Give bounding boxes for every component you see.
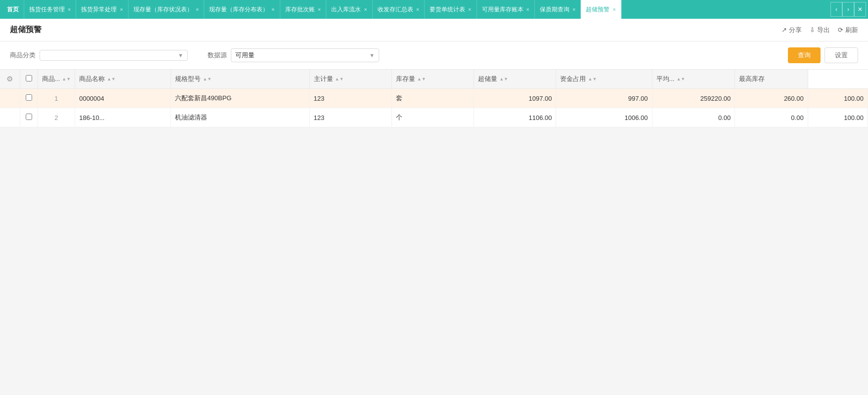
filter-actions: 查询 设置	[788, 47, 858, 63]
th-avg[interactable]: 平均... ▲▼	[652, 70, 735, 89]
sort-icon-code: ▲▼	[62, 77, 71, 81]
sort-icon-unit: ▲▼	[335, 77, 344, 81]
nav-tab-3[interactable]: 现存量（库存状况表）×	[129, 0, 204, 19]
nav-tab-5[interactable]: 库存批次账×	[280, 0, 326, 19]
row-num-1: 2	[38, 108, 75, 127]
header-actions: ↗ 分享 ⇩ 导出 ⟳ 刷新	[781, 26, 858, 35]
row-stock-1: 1106.00	[474, 108, 556, 127]
nav-tab-label-3: 现存量（库存状况表）	[133, 5, 193, 14]
datasource-dropdown-icon: ▼	[369, 52, 375, 58]
nav-tab-10[interactable]: 保质期查询×	[535, 0, 581, 19]
nav-tab-close-8[interactable]: ×	[468, 6, 471, 12]
nav-tab-close-11[interactable]: ×	[612, 6, 615, 12]
row-stock-0: 1097.00	[474, 89, 556, 108]
th-checkbox	[20, 70, 38, 89]
th-overstock[interactable]: 超储量 ▲▼	[474, 70, 556, 89]
nav-tab-close-3[interactable]: ×	[196, 6, 199, 12]
page-title: 超储预警	[10, 25, 42, 35]
column-settings-icon[interactable]: ⚙	[6, 75, 13, 83]
row-settings-0	[0, 89, 20, 108]
row-unit-1: 个	[391, 108, 474, 127]
row-checkbox-cell-0	[20, 89, 38, 108]
nav-tab-label-7: 收发存汇总表	[378, 5, 413, 14]
nav-tab-close-4[interactable]: ×	[271, 6, 274, 12]
nav-tab-2[interactable]: 拣货异常处理×	[76, 0, 128, 19]
row-checkbox-0[interactable]	[26, 94, 32, 101]
nav-tab-close-10[interactable]: ×	[572, 6, 575, 12]
nav-arrow-close[interactable]: ✕	[854, 2, 866, 17]
nav-arrow-right[interactable]: ›	[842, 2, 854, 17]
nav-tab-9[interactable]: 可用量库存账本×	[477, 0, 535, 19]
top-navigation: 首页拣货任务管理×拣货异常处理×现存量（库存状况表）×现存量（库存分布表）×库存…	[0, 0, 868, 19]
row-max-stock-1: 100.00	[808, 108, 868, 127]
row-capital-1: 0.00	[652, 108, 735, 127]
nav-arrows: ‹ › ✕	[830, 2, 866, 17]
row-max-stock-0: 100.00	[808, 89, 868, 108]
table-row: 2 186-10... 机油滤清器 123 个 1106.00 1006.00 …	[0, 108, 868, 127]
row-capital-0: 259220.00	[652, 89, 735, 108]
nav-tab-7[interactable]: 收发存汇总表×	[373, 0, 425, 19]
datasource-select[interactable]: 可用量 ▼	[231, 48, 379, 62]
share-button[interactable]: ↗ 分享	[781, 26, 802, 35]
nav-tab-label-8: 要货单统计表	[430, 5, 465, 14]
nav-tab-close-2[interactable]: ×	[120, 6, 123, 12]
th-stock[interactable]: 库存量 ▲▼	[391, 70, 474, 89]
sort-icon-stock: ▲▼	[417, 77, 426, 81]
datasource-filter: 数据源 可用量 ▼	[208, 48, 379, 62]
row-overstock-0: 997.00	[556, 89, 652, 108]
th-settings: ⚙	[0, 70, 20, 89]
th-capital[interactable]: 资金占用 ▲▼	[556, 70, 652, 89]
query-button[interactable]: 查询	[788, 47, 821, 63]
page-header: 超储预警 ↗ 分享 ⇩ 导出 ⟳ 刷新	[0, 19, 868, 41]
sort-icon-name: ▲▼	[107, 77, 116, 81]
row-settings-1	[0, 108, 20, 127]
row-spec-1: 123	[309, 108, 391, 127]
sort-icon-avg: ▲▼	[676, 77, 685, 81]
settings-button[interactable]: 设置	[825, 47, 858, 63]
nav-tab-8[interactable]: 要货单统计表×	[425, 0, 477, 19]
refresh-button[interactable]: ⟳ 刷新	[838, 26, 858, 35]
table-row: 1 0000004 六配套新昌490BPG 123 套 1097.00 997.…	[0, 89, 868, 108]
th-spec[interactable]: 规格型号 ▲▼	[171, 70, 309, 89]
nav-tab-close-1[interactable]: ×	[68, 6, 71, 12]
commodity-select[interactable]: ▼	[40, 50, 188, 61]
nav-tab-0[interactable]: 首页	[2, 0, 24, 19]
nav-tab-close-5[interactable]: ×	[318, 6, 321, 12]
sort-icon-overstock: ▲▼	[499, 77, 508, 81]
nav-arrow-left[interactable]: ‹	[830, 2, 842, 17]
nav-tab-6[interactable]: 出入库流水×	[326, 0, 372, 19]
nav-tab-close-7[interactable]: ×	[416, 6, 419, 12]
nav-tab-label-10: 保质期查询	[540, 5, 569, 14]
row-avg-0: 260.00	[735, 89, 808, 108]
commodity-filter: 商品分类 ▼	[10, 50, 188, 61]
sort-icon-capital: ▲▼	[588, 77, 597, 81]
th-code[interactable]: 商品... ▲▼	[38, 70, 75, 89]
data-table: ⚙ 商品... ▲▼ 商品名称 ▲▼	[0, 70, 868, 127]
row-checkbox-cell-1	[20, 108, 38, 127]
nav-tab-11[interactable]: 超储预警×	[581, 0, 621, 19]
data-table-container: ⚙ 商品... ▲▼ 商品名称 ▲▼	[0, 70, 868, 127]
th-unit[interactable]: 主计量 ▲▼	[309, 70, 391, 89]
th-max-stock[interactable]: 最高库存	[735, 70, 808, 89]
nav-tab-close-6[interactable]: ×	[364, 6, 367, 12]
nav-tab-1[interactable]: 拣货任务管理×	[24, 0, 76, 19]
nav-tab-4[interactable]: 现存量（库存分布表）×	[204, 0, 280, 19]
row-name-0: 六配套新昌490BPG	[171, 89, 309, 108]
commodity-dropdown-icon: ▼	[178, 52, 183, 58]
refresh-icon: ⟳	[838, 26, 843, 34]
nav-tab-close-9[interactable]: ×	[526, 6, 529, 12]
select-all-checkbox[interactable]	[26, 75, 32, 81]
nav-tab-label-11: 超储预警	[586, 5, 609, 14]
th-name[interactable]: 商品名称 ▲▼	[75, 70, 171, 89]
row-num-0: 1	[38, 89, 75, 108]
export-button[interactable]: ⇩ 导出	[810, 26, 830, 35]
nav-tab-label-1: 拣货任务管理	[29, 5, 65, 14]
filter-bar: 商品分类 ▼ 数据源 可用量 ▼ 查询 设置	[0, 41, 868, 70]
nav-tab-label-0: 首页	[7, 5, 19, 14]
datasource-label: 数据源	[208, 51, 227, 60]
row-overstock-1: 1006.00	[556, 108, 652, 127]
share-icon: ↗	[781, 26, 787, 34]
commodity-label: 商品分类	[10, 51, 36, 60]
row-checkbox-1[interactable]	[26, 114, 32, 120]
row-unit-0: 套	[391, 89, 474, 108]
